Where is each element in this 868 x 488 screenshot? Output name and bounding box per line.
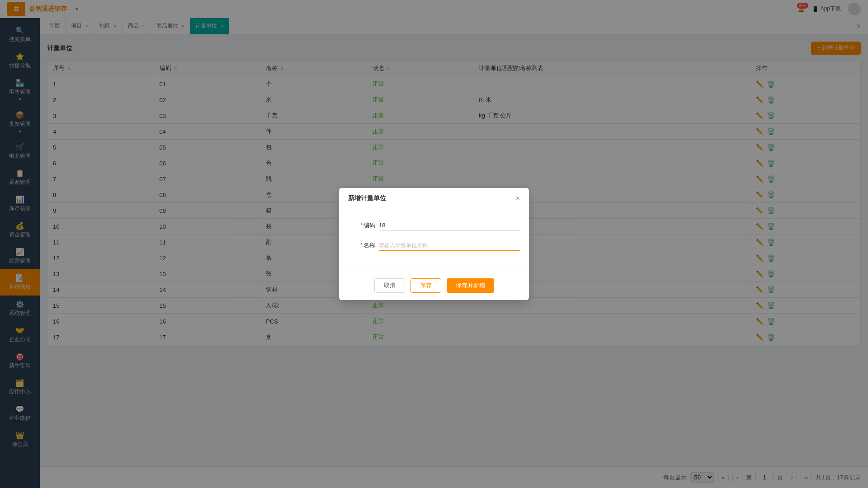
modal-close-button[interactable]: × [516,194,520,202]
name-input[interactable] [379,240,520,251]
modal-body: *编码 *名称 [339,209,529,271]
code-input[interactable] [379,220,520,231]
modal-title: 新增计量单位 [348,194,386,202]
save-and-new-button[interactable]: 保存并新增 [447,278,494,293]
name-form-row: *名称 [348,240,520,251]
add-unit-modal: 新增计量单位 × *编码 *名称 取消 保存 保存并新增 [339,188,529,300]
modal-overlay[interactable]: 新增计量单位 × *编码 *名称 取消 保存 保存并新增 [0,0,868,488]
code-required-star: * [360,222,363,229]
cancel-button[interactable]: 取消 [374,278,405,293]
modal-header: 新增计量单位 × [339,188,529,209]
save-button[interactable]: 保存 [410,278,441,293]
code-label: *编码 [348,221,375,230]
name-required-star: * [360,242,363,249]
modal-footer: 取消 保存 保存并新增 [339,271,529,300]
name-label: *名称 [348,241,375,249]
code-form-row: *编码 [348,220,520,231]
